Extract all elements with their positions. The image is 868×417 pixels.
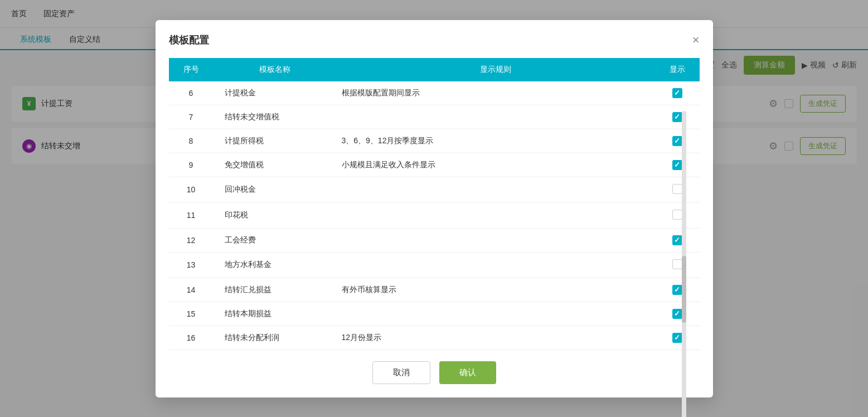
modal: 模板配置 × 序号 模板名称 显示规则 显示 6计提税金根据模版配置期间显示7结… [156,20,713,397]
table-row: 8计提所得税3、6、9、12月按季度显示 [169,129,700,153]
checkbox-7[interactable] [672,259,682,269]
modal-close-button[interactable]: × [692,34,700,46]
table-row: 14结转汇兑损益有外币核算显示 [169,278,700,302]
checkbox-10[interactable] [672,333,682,343]
cell-id: 13 [169,252,214,278]
cell-rule: 有外币核算显示 [336,278,655,302]
cell-id: 10 [169,177,214,202]
table-header: 序号 模板名称 显示规则 显示 [169,58,700,81]
cell-name: 结转未交增值税 [214,105,336,129]
cell-id: 6 [169,81,214,105]
cell-name: 结转本期损益 [214,302,336,326]
col-header-id: 序号 [169,58,214,81]
cell-show[interactable] [655,326,700,350]
modal-title: 模板配置 [169,33,209,47]
checkbox-8[interactable] [672,285,682,295]
cell-name: 印花税 [214,202,336,228]
modal-header: 模板配置 × [169,33,700,47]
cell-id: 15 [169,302,214,326]
cell-show[interactable] [655,228,700,252]
cell-id: 7 [169,105,214,129]
cell-rule [336,177,655,202]
table-row: 9免交增值税小规模且满足收入条件显示 [169,153,700,177]
cell-show[interactable] [655,252,700,278]
modal-overlay: 模板配置 × 序号 模板名称 显示规则 显示 6计提税金根据模版配置期间显示7结… [0,0,868,417]
checkbox-4[interactable] [672,184,682,194]
cell-id: 11 [169,202,214,228]
checkbox-1[interactable] [672,112,682,122]
cell-name: 工会经费 [214,228,336,252]
cell-rule: 根据模版配置期间显示 [336,81,655,105]
cell-rule: 12月份显示 [336,326,655,350]
cell-show[interactable] [655,177,700,202]
cell-rule [336,228,655,252]
cell-show[interactable] [655,81,700,105]
cell-id: 14 [169,278,214,302]
cell-show[interactable] [655,202,700,228]
table-row: 10回冲税金 [169,177,700,202]
cell-name: 免交增值税 [214,153,336,177]
checkbox-2[interactable] [672,136,682,146]
checkbox-6[interactable] [672,235,682,245]
table-row: 6计提税金根据模版配置期间显示 [169,81,700,105]
scrollbar-thumb [682,256,686,323]
cell-id: 12 [169,228,214,252]
col-header-show: 显示 [655,58,700,81]
cell-show[interactable] [655,278,700,302]
table-body: 6计提税金根据模版配置期间显示7结转未交增值税8计提所得税3、6、9、12月按季… [169,81,700,350]
checkbox-9[interactable] [672,309,682,319]
cell-id: 16 [169,326,214,350]
cell-rule [336,105,655,129]
cell-show[interactable] [655,105,700,129]
table-row: 13地方水利基金 [169,252,700,278]
cell-show[interactable] [655,153,700,177]
cell-show[interactable] [655,302,700,326]
table-row: 7结转未交增值税 [169,105,700,129]
cell-rule: 小规模且满足收入条件显示 [336,153,655,177]
cell-name: 结转未分配利润 [214,326,336,350]
checkbox-0[interactable] [672,88,682,98]
cell-name: 地方水利基金 [214,252,336,278]
cell-rule [336,302,655,326]
config-table: 序号 模板名称 显示规则 显示 6计提税金根据模版配置期间显示7结转未交增值税8… [169,58,700,350]
cell-id: 9 [169,153,214,177]
checkbox-3[interactable] [672,160,682,170]
modal-footer: 取消 确认 [169,361,700,384]
cell-id: 8 [169,129,214,153]
table-row: 12工会经费 [169,228,700,252]
cell-name: 回冲税金 [214,177,336,202]
table-wrapper: 序号 模板名称 显示规则 显示 6计提税金根据模版配置期间显示7结转未交增值税8… [169,58,700,350]
cell-rule [336,202,655,228]
scrollbar-track [682,111,686,418]
col-header-name: 模板名称 [214,58,336,81]
cancel-button[interactable]: 取消 [372,361,430,384]
table-row: 11印花税 [169,202,700,228]
col-header-rule: 显示规则 [336,58,655,81]
confirm-button[interactable]: 确认 [439,361,496,384]
cell-show[interactable] [655,129,700,153]
table-row: 16结转未分配利润12月份显示 [169,326,700,350]
cell-rule: 3、6、9、12月按季度显示 [336,129,655,153]
cell-name: 计提税金 [214,81,336,105]
checkbox-5[interactable] [672,210,682,220]
cell-name: 计提所得税 [214,129,336,153]
table-row: 15结转本期损益 [169,302,700,326]
cell-name: 结转汇兑损益 [214,278,336,302]
cell-rule [336,252,655,278]
